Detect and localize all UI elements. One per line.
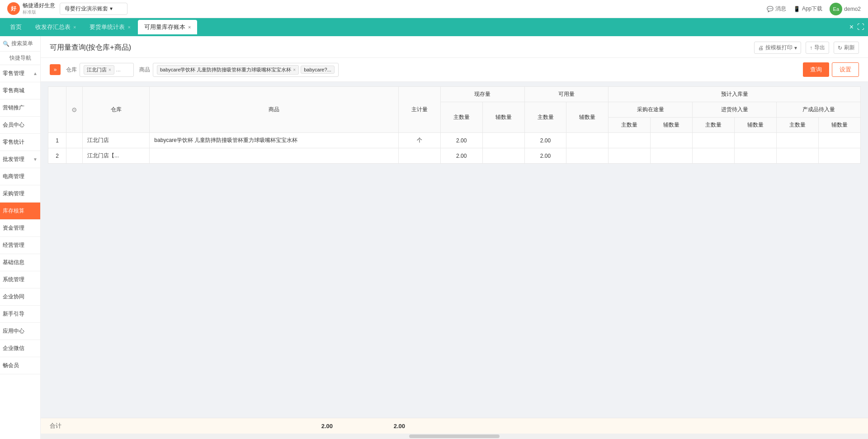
cell-finished-main (777, 133, 819, 148)
org-name: 母婴行业演示账套 (65, 5, 108, 13)
sidebar-item-newbie-label: 新手引导 (3, 310, 24, 318)
user-avatar-button[interactable]: Ea demo2 (830, 3, 861, 15)
sidebar-quick-nav[interactable]: 快捷导航 (0, 52, 40, 65)
message-button[interactable]: 💬 消息 (767, 5, 786, 13)
expand-icon: » (54, 66, 57, 73)
sidebar-search-label: 搜索菜单 (11, 40, 33, 47)
tab-inventory-ledger-label: 可用量库存账本 (144, 23, 185, 31)
sidebar-item-purchase-label: 采购管理 (3, 190, 24, 198)
th-available-group: 可用量 (524, 87, 609, 102)
logo-text-block: 畅捷通好生意 标准版 (23, 2, 55, 15)
sidebar-section: 零售管理 ▲ 零售商城 营销推广 会员中心 零售统计 批发管理 ▼ 电商管理 (0, 65, 40, 374)
cell-seq: 2 (48, 148, 66, 164)
sidebar-item-retail-mall[interactable]: 零售商城 (0, 82, 40, 99)
cell-available-aux (566, 148, 609, 164)
refresh-icon: ↻ (838, 45, 842, 51)
th-current-main: 主数量 (440, 102, 482, 133)
org-selector[interactable]: 母婴行业演示账套 ▾ (60, 3, 127, 15)
sidebar-item-marketing[interactable]: 营销推广 (0, 99, 40, 117)
th-product: 商品 (150, 87, 399, 133)
page-title: 可用量查询(按仓库+商品) (50, 43, 131, 52)
sidebar-item-retail-mgmt-label: 零售管理 (3, 70, 24, 77)
sidebar-item-ecommerce[interactable]: 电商管理 (0, 168, 40, 185)
sidebar-item-retail-mgmt[interactable]: 零售管理 ▲ (0, 65, 40, 82)
template-print-label: 按模板打印 (765, 44, 793, 52)
filter-action-buttons: 查询 设置 (803, 62, 859, 77)
scroll-bar-thumb[interactable] (409, 434, 500, 438)
warehouse-filter-input[interactable]: 江北门店 × ... (80, 63, 134, 77)
product-filter-label: 商品 (139, 66, 150, 74)
content-area: 可用量查询(按仓库+商品) 🖨 按模板打印 ▾ ↑ 导出 ↻ 刷新 (41, 36, 868, 439)
cell-current-main: 2.00 (440, 148, 482, 164)
scroll-bar-container[interactable] (41, 434, 868, 439)
sidebar-item-inventory-label: 库存核算 (3, 207, 24, 215)
tab-expand-icon[interactable]: ⛶ (857, 23, 864, 31)
sidebar-item-ops[interactable]: 经营管理 (0, 237, 40, 254)
summary-available-main: 2.00 (378, 423, 405, 430)
sidebar-item-basic[interactable]: 基础信息 (0, 254, 40, 271)
product-tag-2-value: babycare?... (304, 67, 331, 72)
tab-inventory-ledger-close[interactable]: × (188, 24, 191, 30)
template-print-button[interactable]: 🖨 按模板打印 ▾ (754, 42, 801, 54)
refresh-button[interactable]: ↻ 刷新 (834, 42, 859, 54)
sidebar-item-finance[interactable]: 资金管理 (0, 220, 40, 237)
product-tag-1-value: babycare学饮杯 儿童防摔防撞吸管杯重力球吸嘴杯宝宝水杯 (160, 66, 291, 73)
top-bar-left: 好 畅捷通好生意 标准版 母婴行业演示账套 ▾ (7, 2, 127, 15)
sidebar-item-member2[interactable]: 畅会员 (0, 357, 40, 374)
sidebar-item-app-center[interactable]: 应用中心 (0, 323, 40, 340)
settings-button[interactable]: 设置 (832, 62, 859, 77)
sidebar-item-enterprise[interactable]: 企业协同 (0, 288, 40, 306)
sidebar-item-newbie[interactable]: 新手引导 (0, 306, 40, 323)
sidebar-item-ecommerce-label: 电商管理 (3, 173, 24, 180)
th-available-aux: 辅数量 (566, 102, 609, 133)
cell-seq: 1 (48, 133, 66, 148)
sidebar-item-wholesale[interactable]: 批发管理 ▼ (0, 151, 40, 168)
sidebar-item-app-center-label: 应用中心 (3, 327, 24, 335)
logo-area: 好 畅捷通好生意 标准版 (7, 2, 55, 15)
data-table: ⚙ 仓库 商品 主计量 现存量 可用量 预计入库量 主数量 辅数量 主数量 辅数… (48, 86, 861, 164)
query-button[interactable]: 查询 (803, 62, 829, 77)
sidebar-item-wechat[interactable]: 企业微信 (0, 340, 40, 357)
tab-receive[interactable]: 收发存汇总表 × (29, 20, 82, 34)
th-settings[interactable]: ⚙ (66, 87, 83, 133)
filter-warehouse-group: 仓库 江北门店 × ... (66, 63, 134, 77)
filter-expand-button[interactable]: » (50, 64, 61, 75)
logo-text: 畅捷通好生意 (23, 2, 55, 9)
filter-bar: » 仓库 江北门店 × ... 商品 babycare学饮杯 儿童防摔防撞吸管杯… (41, 58, 868, 82)
filter-product-group: 商品 babycare学饮杯 儿童防摔防撞吸管杯重力球吸嘴杯宝宝水杯 × bab… (139, 63, 339, 77)
cell-settings (66, 148, 83, 164)
sidebar-item-finance-label: 资金管理 (3, 224, 24, 232)
warehouse-filter-label: 仓库 (66, 66, 77, 74)
product-tag-1-close[interactable]: × (293, 67, 296, 72)
table-row: 1 江北门店 babycare学饮杯 儿童防摔防撞吸管杯重力球吸嘴杯宝宝水杯 个… (48, 133, 861, 148)
sidebar-item-member2-label: 畅会员 (3, 362, 19, 369)
tab-order-stats-close[interactable]: × (127, 24, 130, 30)
cell-product (150, 148, 399, 164)
sidebar-item-member[interactable]: 会员中心 (0, 117, 40, 134)
tab-order-stats[interactable]: 要货单统计表 × (83, 20, 137, 34)
sidebar-nav-label: 快捷导航 (9, 55, 31, 61)
export-button[interactable]: ↑ 导出 (806, 42, 829, 54)
sidebar-item-inventory[interactable]: 库存核算 (0, 203, 40, 220)
sidebar-item-purchase[interactable]: 采购管理 (0, 185, 40, 203)
cell-product: babycare学饮杯 儿童防摔防撞吸管杯重力球吸嘴杯宝宝水杯 (150, 133, 399, 148)
cell-available-aux (566, 133, 609, 148)
warehouse-tag-close[interactable]: × (108, 67, 111, 72)
app-download-label: App下载 (802, 5, 822, 13)
app-download-button[interactable]: 📱 App下载 (793, 5, 822, 13)
sidebar-search[interactable]: 🔍 搜索菜单 (0, 36, 40, 52)
summary-bar: 合计 2.00 2.00 (41, 418, 868, 434)
sidebar-item-retail-stats[interactable]: 零售统计 (0, 134, 40, 151)
tab-close-all-icon[interactable]: × (849, 23, 854, 31)
message-icon: 💬 (767, 6, 774, 12)
th-planned-in-group: 预计入库量 (609, 87, 861, 102)
tab-inventory-ledger[interactable]: 可用量库存账本 × (138, 20, 197, 34)
summary-label: 合计 (50, 422, 61, 430)
settings-icon[interactable]: ⚙ (71, 106, 77, 113)
tab-receive-close[interactable]: × (73, 24, 76, 30)
warehouse-tag-value: 江北门店 (87, 66, 107, 73)
product-filter-input[interactable]: babycare学饮杯 儿童防摔防撞吸管杯重力球吸嘴杯宝宝水杯 × babyca… (153, 63, 339, 77)
sidebar-item-system[interactable]: 系统管理 (0, 271, 40, 288)
table-container[interactable]: ⚙ 仓库 商品 主计量 现存量 可用量 预计入库量 主数量 辅数量 主数量 辅数… (41, 82, 868, 418)
tab-home[interactable]: 首页 (4, 20, 28, 34)
